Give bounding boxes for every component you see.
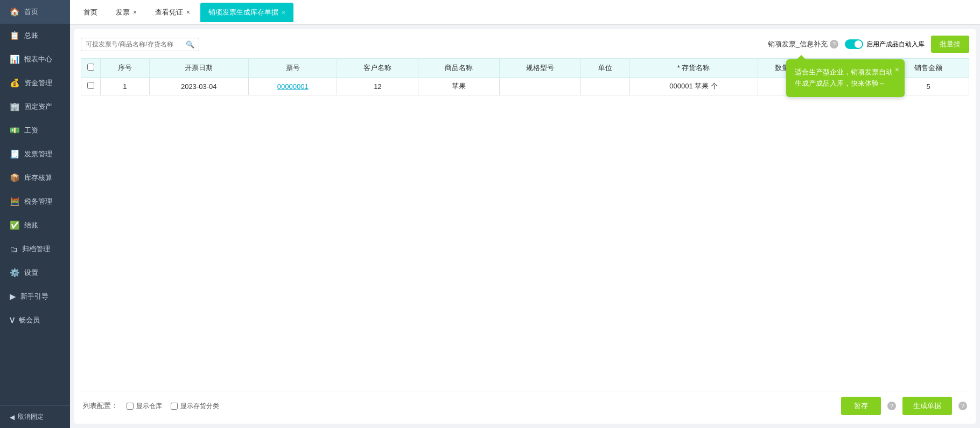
row-inventory[interactable]: 000001 苹果 个 bbox=[629, 78, 758, 95]
sidebar-item-fixed-assets[interactable]: 🏢 固定资产 bbox=[0, 95, 70, 119]
row-spec bbox=[500, 78, 581, 95]
toggle-wrap: 启用产成品自动入库 bbox=[845, 39, 925, 49]
bottom-bar: 列表配置： 显示仓库 显示存货分类 暂存 ? 生成单据 ? bbox=[81, 391, 969, 417]
home-icon: 🏠 bbox=[10, 7, 20, 17]
member-icon: V bbox=[10, 316, 15, 325]
table-wrap: 序号 开票日期 票号 客户名称 商品名称 规格型号 单位 * 存货名称 数量 销… bbox=[81, 58, 969, 386]
tab-home[interactable]: 首页 bbox=[75, 3, 106, 22]
row-checkbox-cell bbox=[81, 78, 101, 95]
header-unit: 单位 bbox=[581, 59, 630, 78]
row-date: 2023-03-04 bbox=[149, 78, 249, 95]
sidebar-bottom: ◀ 取消固定 bbox=[0, 405, 70, 428]
toolbar: 🔍 销项发票_信息补充 ? 启用产成品自动入库 批量操 bbox=[81, 36, 969, 53]
archive-icon: 🗂 bbox=[10, 245, 18, 254]
fixed-assets-icon: 🏢 bbox=[10, 102, 20, 112]
cancel-fixed-button[interactable]: ◀ 取消固定 bbox=[0, 406, 70, 428]
generate-help-icon[interactable]: ? bbox=[958, 402, 967, 410]
cancel-fixed-icon: ◀ bbox=[10, 413, 15, 421]
sidebar-item-home[interactable]: 🏠 首页 bbox=[0, 0, 70, 24]
tab-generate-inventory[interactable]: 销项发票生成库存单据 × bbox=[200, 3, 293, 22]
search-icon: 🔍 bbox=[186, 40, 194, 49]
tab-invoice-close[interactable]: × bbox=[133, 9, 137, 16]
sidebar-item-archive[interactable]: 🗂 归档管理 bbox=[0, 237, 70, 261]
reports-icon: 📊 bbox=[10, 54, 20, 64]
header-date: 开票日期 bbox=[149, 59, 249, 78]
tooltip-close-icon[interactable]: × bbox=[895, 64, 899, 75]
header-spec: 规格型号 bbox=[500, 59, 581, 78]
guide-icon: ▶ bbox=[10, 292, 16, 301]
bottom-actions: 暂存 ? 生成单据 ? bbox=[841, 397, 967, 415]
search-input[interactable] bbox=[86, 40, 186, 48]
show-warehouse-check[interactable]: 显示仓库 bbox=[127, 402, 162, 411]
save-button[interactable]: 暂存 bbox=[841, 397, 881, 415]
sidebar-item-guide[interactable]: ▶ 新手引导 bbox=[0, 285, 70, 308]
payroll-icon: 💵 bbox=[10, 126, 20, 135]
tab-voucher-close[interactable]: × bbox=[186, 9, 190, 16]
tab-bar: 首页 发票 × 查看凭证 × 销项发票生成库存单据 × bbox=[70, 0, 980, 25]
info-label: 销项发票_信息补充 ? bbox=[768, 39, 838, 49]
sidebar-item-member[interactable]: V 畅会员 bbox=[0, 308, 70, 332]
sidebar-item-reports[interactable]: 📊 报表中心 bbox=[0, 47, 70, 71]
inventory-icon: 📦 bbox=[10, 173, 20, 183]
tooltip-popup: × 适合生产型企业，销项发票自动生成产成品入库，快来体验～ bbox=[786, 59, 905, 97]
invoice-icon: 🧾 bbox=[10, 149, 20, 159]
search-box[interactable]: 🔍 bbox=[81, 38, 199, 51]
select-all-checkbox[interactable] bbox=[87, 64, 94, 71]
settings-icon: ⚙️ bbox=[10, 268, 20, 278]
show-category-checkbox[interactable] bbox=[171, 403, 178, 410]
header-seq: 序号 bbox=[101, 59, 150, 78]
sidebar-item-settings[interactable]: ⚙️ 设置 bbox=[0, 261, 70, 285]
row-ticket-no[interactable]: 00000001 bbox=[249, 78, 337, 95]
header-ticket-no: 票号 bbox=[249, 59, 337, 78]
sidebar-item-tax[interactable]: 🧮 税务管理 bbox=[0, 190, 70, 213]
tab-generate-inventory-close[interactable]: × bbox=[282, 9, 285, 16]
show-warehouse-checkbox[interactable] bbox=[127, 403, 134, 410]
tax-icon: 🧮 bbox=[10, 197, 20, 206]
tab-voucher[interactable]: 查看凭证 × bbox=[147, 3, 198, 22]
batch-button[interactable]: 批量操 bbox=[931, 36, 969, 53]
header-inventory: * 存货名称 bbox=[629, 59, 758, 78]
close-account-icon: ✅ bbox=[10, 220, 20, 230]
ledger-icon: 📋 bbox=[10, 31, 20, 40]
sidebar-item-ledger[interactable]: 📋 总账 bbox=[0, 24, 70, 47]
sidebar-item-payroll[interactable]: 💵 工资 bbox=[0, 119, 70, 142]
toolbar-right: 销项发票_信息补充 ? 启用产成品自动入库 批量操 bbox=[768, 36, 969, 53]
save-help-icon[interactable]: ? bbox=[887, 402, 896, 410]
header-product: 商品名称 bbox=[418, 59, 500, 78]
row-seq: 1 bbox=[101, 78, 150, 95]
header-checkbox-cell bbox=[81, 59, 101, 78]
show-category-check[interactable]: 显示存货分类 bbox=[171, 402, 219, 411]
sidebar: 🏠 首页 📋 总账 📊 报表中心 💰 资金管理 🏢 固定资产 💵 工资 🧾 发票… bbox=[0, 0, 70, 428]
generate-button[interactable]: 生成单据 bbox=[902, 397, 952, 415]
row-product: 苹果 bbox=[418, 78, 500, 95]
tab-invoice[interactable]: 发票 × bbox=[108, 3, 145, 22]
header-customer: 客户名称 bbox=[337, 59, 418, 78]
list-config-label: 列表配置： bbox=[83, 401, 118, 411]
sidebar-item-close[interactable]: ✅ 结账 bbox=[0, 213, 70, 237]
row-customer: 12 bbox=[337, 78, 418, 95]
row-unit bbox=[581, 78, 630, 95]
sidebar-item-funds[interactable]: 💰 资金管理 bbox=[0, 71, 70, 95]
auto-warehouse-toggle[interactable] bbox=[845, 39, 863, 49]
sidebar-item-invoice[interactable]: 🧾 发票管理 bbox=[0, 142, 70, 166]
row-checkbox[interactable] bbox=[87, 82, 94, 89]
info-help-icon[interactable]: ? bbox=[830, 40, 838, 49]
funds-icon: 💰 bbox=[10, 78, 20, 88]
sidebar-item-inventory[interactable]: 📦 库存核算 bbox=[0, 166, 70, 190]
